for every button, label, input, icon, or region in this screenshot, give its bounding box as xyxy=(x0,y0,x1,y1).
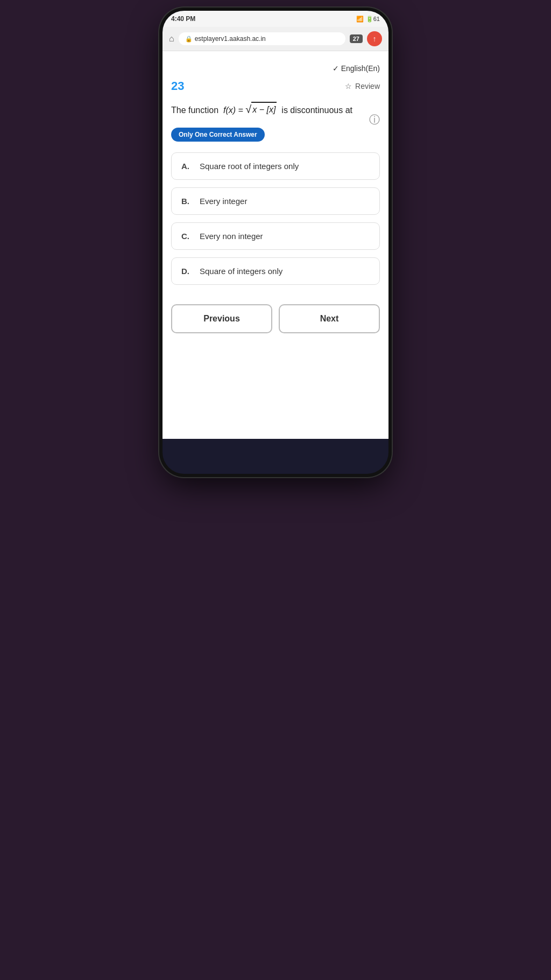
option-c[interactable]: C. Every non integer xyxy=(171,222,380,250)
sqrt-content: x − [x] xyxy=(251,102,277,117)
question-number: 23 xyxy=(171,79,184,93)
option-a-label: A. xyxy=(181,162,192,171)
option-a[interactable]: A. Square root of integers only xyxy=(171,152,380,180)
option-d-text: Square of integers only xyxy=(200,267,282,276)
option-d[interactable]: D. Square of integers only xyxy=(171,257,380,285)
home-icon[interactable]: ⌂ xyxy=(169,34,174,44)
question-text-pre: The function xyxy=(171,106,218,115)
content-area: ✓ English(En) 23 ☆ Review The function f… xyxy=(163,51,388,439)
navigation-buttons: Previous Next xyxy=(171,298,380,344)
language-selector[interactable]: ✓ English(En) xyxy=(171,60,380,79)
review-label: Review xyxy=(355,82,380,90)
question-text: The function f(x) = √x − [x] is disconti… xyxy=(171,102,380,117)
signal-icon: 📶 xyxy=(356,16,364,23)
next-button[interactable]: Next xyxy=(279,304,380,333)
info-icon[interactable]: ⓘ xyxy=(369,113,380,127)
lock-icon: 🔒 xyxy=(185,36,193,43)
sqrt-symbol: √ xyxy=(245,104,251,115)
option-b[interactable]: B. Every integer xyxy=(171,187,380,215)
star-icon: ☆ xyxy=(345,82,352,90)
phone-frame: 4:40 PM 📶 🔋61 ⌂ 🔒 estplayerv1.aakash.ac.… xyxy=(163,11,388,474)
option-a-text: Square root of integers only xyxy=(200,162,299,171)
status-bar: 4:40 PM 📶 🔋61 xyxy=(163,11,388,27)
status-time: 4:40 PM xyxy=(171,15,195,23)
question-text-post: is discontinuous at xyxy=(281,106,352,115)
option-b-label: B. xyxy=(181,197,192,206)
status-icons: 📶 🔋61 xyxy=(356,16,380,23)
upload-button[interactable]: ↑ xyxy=(367,31,382,46)
option-c-label: C. xyxy=(181,232,192,241)
option-c-text: Every non integer xyxy=(200,232,263,241)
options-list: A. Square root of integers only B. Every… xyxy=(171,152,380,285)
answer-type-badge: Only One Correct Answer xyxy=(171,128,265,142)
answer-type-section: Only One Correct Answer ⓘ xyxy=(171,128,380,152)
battery-icon: 🔋61 xyxy=(366,16,380,23)
tab-count[interactable]: 27 xyxy=(350,34,363,43)
language-label: English(En) xyxy=(341,64,380,73)
url-text: estplayerv1.aakash.ac.in xyxy=(195,35,266,43)
option-d-label: D. xyxy=(181,267,192,276)
checkmark-icon: ✓ xyxy=(333,64,341,73)
question-header: 23 ☆ Review xyxy=(171,79,380,93)
review-button[interactable]: ☆ Review xyxy=(345,82,380,90)
previous-button[interactable]: Previous xyxy=(171,304,272,333)
browser-bar: ⌂ 🔒 estplayerv1.aakash.ac.in 27 ↑ xyxy=(163,27,388,51)
url-bar[interactable]: 🔒 estplayerv1.aakash.ac.in xyxy=(179,32,345,45)
sqrt-wrapper: √x − [x] xyxy=(245,102,277,117)
option-b-text: Every integer xyxy=(200,197,247,206)
math-formula: f(x) = √x − [x] xyxy=(221,106,279,115)
